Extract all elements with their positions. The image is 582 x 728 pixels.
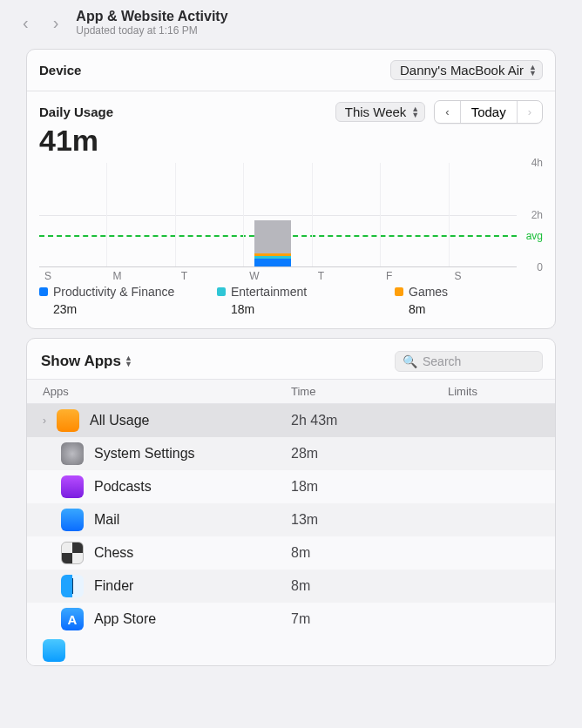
x-tick-label: M — [112, 266, 121, 282]
device-selected-value: Danny's MacBook Air — [400, 63, 524, 78]
search-field[interactable]: 🔍 — [395, 351, 543, 372]
app-icon — [57, 409, 79, 432]
app-name: Podcasts — [94, 479, 152, 495]
col-apps: Apps — [43, 385, 291, 398]
x-tick-label: T — [318, 266, 324, 282]
chart-day-column[interactable]: S — [450, 163, 517, 266]
chart-day-column[interactable]: T — [176, 163, 244, 266]
x-tick-label: W — [249, 266, 259, 282]
app-time: 8m — [291, 578, 448, 594]
app-icon — [61, 608, 84, 630]
legend-item-prod: Productivity & Finance23m — [39, 285, 205, 316]
legend-value: 18m — [217, 302, 382, 316]
app-icon — [61, 509, 84, 531]
bar-segment-prod — [254, 259, 291, 267]
app-time: 7m — [291, 611, 448, 627]
legend-swatch — [217, 287, 226, 296]
nav-forward-icon[interactable]: › — [53, 14, 59, 31]
app-name: System Settings — [94, 446, 195, 462]
table-row-peek[interactable] — [27, 636, 555, 665]
app-time: 2h 43m — [291, 413, 448, 428]
col-time: Time — [291, 385, 448, 398]
chart-day-column[interactable]: T — [313, 163, 381, 266]
table-row[interactable]: Chess8m — [27, 536, 555, 570]
daily-usage-total: 41m — [27, 124, 555, 163]
app-time: 18m — [291, 479, 448, 495]
legend-value: 23m — [39, 302, 205, 316]
show-apps-label: Show Apps — [41, 353, 121, 370]
x-tick-label: S — [455, 266, 462, 282]
today-button[interactable]: Today — [461, 101, 517, 123]
show-apps-selector[interactable]: Show Apps ▲▼ — [41, 353, 132, 370]
y-tick-label: 0 — [537, 261, 543, 273]
col-limits: Limits — [448, 385, 539, 398]
app-icon — [43, 639, 65, 662]
app-name: All Usage — [90, 413, 149, 428]
page-subtitle: Updated today at 1:16 PM — [76, 24, 227, 37]
avg-label: avg — [526, 230, 543, 242]
app-name: App Store — [94, 611, 156, 627]
page-title: App & Website Activity — [76, 9, 227, 24]
bar-segment-other — [254, 220, 291, 253]
search-icon: 🔍 — [403, 354, 417, 368]
table-row[interactable]: App Store7m — [27, 603, 555, 636]
y-tick-label: 4h — [531, 157, 543, 169]
device-selector[interactable]: Danny's MacBook Air ▲▼ — [390, 60, 543, 80]
app-name: Finder — [94, 578, 133, 594]
table-row[interactable]: Mail13m — [27, 503, 555, 536]
chevron-right-icon: › — [43, 415, 46, 427]
chart-day-column[interactable]: W — [244, 163, 312, 266]
chart-day-column[interactable]: S — [39, 163, 107, 266]
table-row[interactable]: System Settings28m — [27, 437, 555, 470]
search-input[interactable] — [423, 354, 535, 368]
device-label: Device — [39, 63, 81, 78]
next-period-button[interactable]: › — [518, 102, 542, 122]
app-icon — [61, 575, 84, 597]
prev-period-button[interactable]: ‹ — [435, 102, 459, 122]
table-row[interactable]: ›All Usage2h 43m — [27, 404, 555, 437]
app-time: 13m — [291, 512, 448, 528]
x-tick-label: F — [386, 266, 392, 282]
chart-day-column[interactable]: F — [381, 163, 449, 266]
app-icon — [61, 542, 84, 564]
legend-value: 8m — [395, 302, 543, 316]
legend-swatch — [39, 287, 48, 296]
app-time: 28m — [291, 446, 448, 462]
x-tick-label: S — [44, 266, 51, 282]
table-row[interactable]: Podcasts18m — [27, 470, 555, 503]
updown-icon: ▲▼ — [529, 64, 537, 77]
x-tick-label: T — [181, 266, 187, 282]
legend-item-ent: Entertainment18m — [217, 285, 382, 316]
legend-label: Games — [409, 285, 448, 299]
app-icon — [61, 475, 84, 498]
legend-label: Entertainment — [231, 285, 307, 299]
range-selector[interactable]: This Week ▲▼ — [335, 102, 426, 122]
app-icon — [61, 442, 84, 465]
nav-back-icon[interactable]: ‹ — [23, 14, 29, 31]
app-time: 8m — [291, 545, 448, 561]
legend-item-games: Games8m — [395, 285, 543, 316]
app-name: Chess — [94, 545, 133, 561]
legend-label: Productivity & Finance — [53, 285, 174, 299]
date-pager: ‹ Today › — [434, 100, 543, 124]
range-selected-value: This Week — [345, 104, 407, 119]
usage-chart: SMTWTFS 4h2h0avg — [39, 163, 543, 267]
daily-usage-label: Daily Usage — [39, 104, 327, 119]
chart-day-column[interactable]: M — [107, 163, 175, 266]
updown-icon: ▲▼ — [411, 106, 419, 118]
updown-icon: ▲▼ — [125, 355, 132, 367]
app-name: Mail — [94, 512, 119, 528]
legend-swatch — [395, 287, 403, 296]
y-tick-label: 2h — [531, 209, 543, 221]
table-row[interactable]: Finder8m — [27, 570, 555, 603]
